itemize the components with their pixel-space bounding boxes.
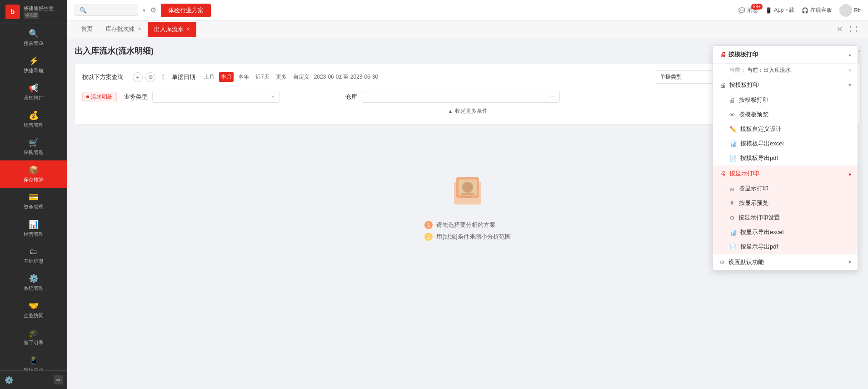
date-shortcut-7days[interactable]: 近7天: [254, 72, 271, 82]
dp-footer[interactable]: ⚙ 设置默认功能 ▾: [713, 254, 858, 270]
date-filter: 单据日期 上月 本月 本年 近7天 更多 自定义 2023-06-01 至 20…: [172, 72, 406, 82]
business-type-chevron-icon: ▾: [272, 94, 274, 100]
dp-template-custom-item[interactable]: ✏️ 模板自定义设计: [713, 122, 858, 136]
sidebar: b 畅捷通好生意 标准版 🔍 搜索菜单 ⚡ 快捷导航 📢 营销推广 💰 销售管理…: [0, 0, 67, 389]
search-chevron-icon: ▾: [143, 7, 145, 14]
empty-step-1: 1 请先选择要分析的方案: [424, 221, 510, 229]
active-filter-chip[interactable]: 流水明细: [82, 92, 117, 102]
template-pdf-item-icon: 📄: [729, 155, 737, 162]
empty-step-2: 2 用[过滤]条件来缩小分析范围: [424, 233, 510, 241]
sidebar-scroll: 🔍 搜索菜单 ⚡ 快捷导航 📢 营销推广 💰 销售管理 🛒 采购管理 📦 库存核…: [0, 24, 67, 370]
svg-rect-4: [461, 193, 474, 195]
enterprise-icon: 🤝: [29, 301, 39, 311]
tab-batch-account-close[interactable]: ✕: [138, 26, 141, 31]
current-label: 当前：: [729, 67, 746, 73]
date-shortcut-this-month[interactable]: 本月: [219, 72, 234, 82]
dp-display-print-item[interactable]: 🖨 按显示打印: [713, 181, 858, 196]
dp-display-excel-item[interactable]: 📊 按显示导出excel: [713, 225, 858, 239]
logo-tag: 标准版: [24, 12, 39, 19]
search-input[interactable]: [89, 7, 135, 14]
sidebar-item-search[interactable]: 🔍 搜索菜单: [0, 24, 67, 51]
warehouse-input[interactable]: ⋯: [362, 91, 559, 103]
topbar-gear-icon[interactable]: ⚙: [150, 6, 156, 15]
sidebar-item-base[interactable]: 🗂 基础信息: [0, 242, 67, 269]
svg-rect-5: [463, 196, 472, 198]
date-shortcut-this-year[interactable]: 本年: [236, 72, 251, 82]
dp-display-section: 🖨 按显示打印 ▴ 🖨 按显示打印 👁 按显示预览 ⚙ 按显示打印设置 📊 按显…: [713, 166, 858, 254]
tab-inout-flow[interactable]: 出入库流水 ✕: [148, 22, 196, 37]
date-shortcuts: 上月 本月 本年 近7天 更多 自定义: [202, 72, 311, 82]
dp-template-print-item[interactable]: 🖨 按模板打印: [713, 93, 858, 107]
topbar-right: 💬 消息 99+ 📱 App下载 🎧 在线客服 Rit: [738, 4, 861, 17]
sidebar-item-finance[interactable]: 💳 资金管理: [0, 188, 67, 215]
dp-display-pdf-item[interactable]: 📄 按显示导出pdf: [713, 239, 858, 254]
business-type-label: 业务类型: [124, 93, 148, 101]
dp-display-settings-item[interactable]: ⚙ 按显示打印设置: [713, 210, 858, 225]
sidebar-item-sales[interactable]: 💰 销售管理: [0, 106, 67, 133]
template-print-item-icon: 🖨: [729, 97, 735, 104]
sidebar-item-label: 营销推广: [24, 95, 44, 101]
dp-template-excel-item[interactable]: 📊 按模板导出excel: [713, 136, 858, 151]
sidebar-item-label: 经营管理: [24, 231, 44, 238]
sidebar-item-marketing[interactable]: 📢 营销推广: [0, 79, 67, 106]
headset-icon: 🎧: [802, 7, 808, 14]
business-type-field: 业务类型 ▾: [124, 91, 338, 103]
sidebar-collapse-btn[interactable]: ⇔: [54, 375, 63, 384]
print-header-icon: 🖨: [719, 51, 726, 58]
sidebar-item-quick-nav[interactable]: ⚡ 快捷导航: [0, 51, 67, 79]
tab-home[interactable]: 首页: [75, 21, 99, 38]
page-title: 出入库流水(流水明细): [75, 45, 154, 56]
dp-footer-arrow-icon: ▾: [848, 259, 851, 265]
template-excel-item-icon: 📊: [729, 140, 737, 147]
sidebar-item-operation[interactable]: 📊 经营管理: [0, 215, 67, 242]
finance-icon: 💳: [29, 192, 39, 202]
dp-header: 🖨 按模板打印 ▴: [713, 46, 858, 64]
dp-display-preview-item[interactable]: 👁 按显示预览: [713, 196, 858, 210]
sidebar-item-label: 采购管理: [24, 149, 44, 156]
dp-template-pdf-item[interactable]: 📄 按模板导出pdf: [713, 151, 858, 165]
dp-template-preview-item[interactable]: 👁 按模板预览: [713, 107, 858, 122]
topbar-search-box[interactable]: 🔍: [75, 5, 138, 16]
date-range-display: 2023-06-01 至 2023-06-30: [314, 73, 378, 81]
tab-maximize-btn[interactable]: ⛶: [846, 25, 861, 34]
business-type-select[interactable]: ▾: [152, 91, 279, 103]
sidebar-item-system[interactable]: ⚙️ 系统管理: [0, 269, 67, 296]
date-filter-label: 单据日期: [172, 73, 199, 81]
template-section-arrow-icon: ▾: [848, 82, 851, 88]
user-avatar-area[interactable]: Rit: [839, 4, 861, 17]
template-custom-item-icon: ✏️: [729, 126, 737, 133]
chip-dot: [86, 95, 89, 98]
filter-settings-btn[interactable]: ⚙: [145, 72, 155, 82]
base-icon: 🗂: [30, 247, 38, 256]
message-btn[interactable]: 💬 消息 99+: [738, 6, 758, 14]
tab-batch-account[interactable]: 库存批次账 ✕: [99, 21, 148, 38]
filter-add-btn[interactable]: +: [133, 72, 143, 82]
display-excel-item-icon: 📊: [729, 229, 737, 236]
sidebar-item-inventory[interactable]: 📦 库存核算: [0, 160, 67, 188]
trial-button[interactable]: 体验行业方案: [161, 4, 211, 17]
sidebar-item-purchase[interactable]: 🛒 采购管理: [0, 133, 67, 160]
tab-close-all-btn[interactable]: ✕: [833, 25, 846, 34]
dp-footer-label: 设置默认功能: [728, 258, 848, 266]
template-print-section-label: 按模板打印: [729, 81, 848, 89]
online-service-btn[interactable]: 🎧 在线客服: [802, 6, 832, 14]
tab-inout-flow-close[interactable]: ✕: [186, 27, 190, 32]
warehouse-more-icon: ⋯: [549, 94, 555, 100]
apps-icon: 📱: [29, 355, 39, 365]
display-print-section-icon: 🖨: [719, 170, 726, 177]
dp-template-section-header[interactable]: 🖨 按模板打印 ▾: [713, 77, 858, 93]
sidebar-item-label: 企业协同: [24, 312, 44, 319]
settings-bottom-icon[interactable]: ⚙️: [5, 376, 14, 384]
sidebar-item-enterprise[interactable]: 🤝 企业协同: [0, 296, 67, 324]
sidebar-item-label: 应用中心: [24, 367, 44, 370]
filter-collapse-btn[interactable]: 《: [158, 73, 165, 81]
template-preview-item-icon: 👁: [729, 111, 735, 118]
sidebar-item-guide[interactable]: 🎓 新手引导: [0, 324, 67, 351]
sidebar-item-apps[interactable]: 📱 应用中心: [0, 351, 67, 370]
date-shortcut-prev-month[interactable]: 上月: [202, 72, 216, 82]
date-shortcut-more[interactable]: 更多: [274, 72, 289, 82]
search-icon: 🔍: [80, 7, 87, 14]
dp-display-section-header[interactable]: 🖨 按显示打印 ▴: [713, 166, 858, 181]
app-download-btn[interactable]: 📱 App下载: [765, 6, 794, 14]
date-shortcut-custom[interactable]: 自定义: [291, 72, 311, 82]
